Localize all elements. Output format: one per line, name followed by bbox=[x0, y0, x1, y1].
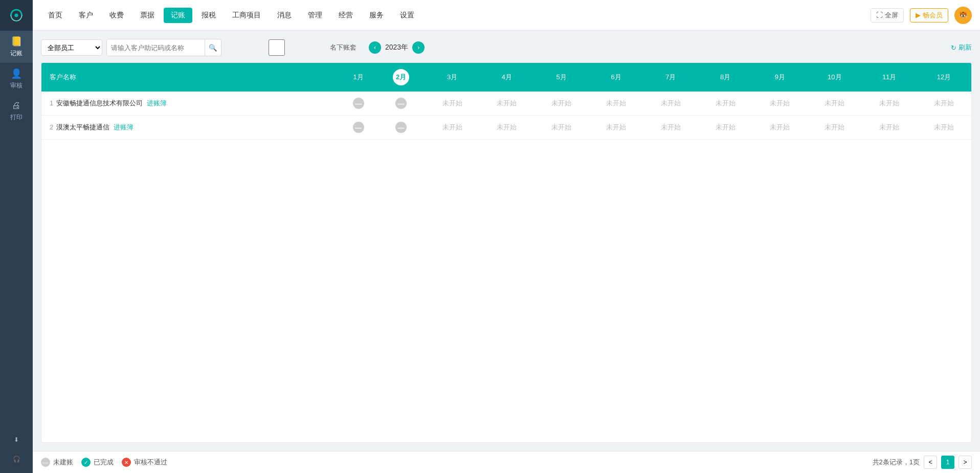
data-table: 客户名称 1月 2月 3月 4月 5月 6月 7月 8月 9月 bbox=[41, 63, 971, 140]
sidebar-item-shenhe[interactable]: 👤 审核 bbox=[0, 63, 33, 95]
sidebar-logo bbox=[0, 0, 33, 31]
month-cell: 未开始 bbox=[589, 92, 643, 116]
user-avatar[interactable]: 🐯 bbox=[954, 7, 972, 24]
vip-button[interactable]: ▶ 畅会员 bbox=[910, 8, 948, 22]
status-not-built-icon: — bbox=[353, 98, 364, 109]
table-row: 2漠澳太平畅捷通信进账簿——未开始未开始未开始未开始未开始未开始未开始未开始未开… bbox=[41, 116, 971, 140]
search-input[interactable] bbox=[107, 39, 209, 56]
th-may: 5月 bbox=[534, 63, 589, 92]
th-feb: 2月 bbox=[377, 63, 425, 92]
nav-gongshang[interactable]: 工商项目 bbox=[225, 8, 268, 23]
service-icon: 🎧 bbox=[13, 456, 20, 463]
status-not-started: 未开始 bbox=[716, 123, 736, 131]
legend-rejected: 审核不通过 bbox=[122, 458, 167, 467]
sidebar-item-jizhang-label: 记账 bbox=[10, 49, 23, 58]
current-page-button[interactable]: 1 bbox=[941, 456, 954, 469]
sidebar-item-service[interactable]: 🎧 bbox=[0, 451, 33, 468]
legend-gray-icon bbox=[41, 458, 50, 467]
th-aug: 8月 bbox=[698, 63, 753, 92]
year-display: 2023年 bbox=[385, 43, 408, 52]
row-number: 1 bbox=[50, 99, 53, 107]
status-not-started: 未开始 bbox=[934, 99, 954, 107]
th-mar: 3月 bbox=[425, 63, 480, 92]
th-nov: 11月 bbox=[862, 63, 917, 92]
th-jan: 1月 bbox=[340, 63, 377, 92]
refresh-button[interactable]: ↻ 刷新 bbox=[951, 43, 972, 52]
status-not-started: 未开始 bbox=[497, 99, 517, 107]
jinzhang-link[interactable]: 进账簿 bbox=[147, 99, 167, 107]
nav-home[interactable]: 首页 bbox=[41, 8, 70, 23]
status-not-started: 未开始 bbox=[606, 99, 626, 107]
current-month-badge: 2月 bbox=[393, 69, 409, 85]
employee-select[interactable]: 全部员工 bbox=[41, 39, 102, 56]
legend-green-icon bbox=[81, 458, 91, 467]
download-icon: ⬇ bbox=[14, 436, 19, 443]
status-not-built-icon: — bbox=[395, 98, 407, 109]
mingxia-checkbox[interactable] bbox=[226, 39, 328, 56]
jinzhang-link[interactable]: 进账簿 bbox=[114, 123, 133, 131]
dayin-icon: 🖨 bbox=[12, 100, 21, 111]
sidebar-bottom: ⬇ 🎧 bbox=[0, 431, 33, 468]
month-cell: 未开始 bbox=[589, 116, 643, 140]
status-not-started: 未开始 bbox=[879, 99, 899, 107]
nav-guanli[interactable]: 管理 bbox=[301, 8, 329, 23]
status-not-started: 未开始 bbox=[879, 123, 899, 131]
status-not-started: 未开始 bbox=[661, 123, 681, 131]
prev-year-button[interactable]: ‹ bbox=[369, 41, 381, 54]
th-oct: 10月 bbox=[807, 63, 862, 92]
status-not-started: 未开始 bbox=[770, 123, 790, 131]
total-records: 共2条记录，1页 bbox=[873, 458, 920, 467]
nav-baoshui[interactable]: 报税 bbox=[194, 8, 223, 23]
status-not-started: 未开始 bbox=[934, 123, 954, 131]
year-navigation: ‹ 2023年 › bbox=[369, 41, 425, 54]
nav-piaoju[interactable]: 票据 bbox=[133, 8, 162, 23]
th-dec: 12月 bbox=[917, 63, 971, 92]
month-cell: — bbox=[377, 116, 425, 140]
month-cell: 未开始 bbox=[534, 92, 589, 116]
topnav-right: ⛶ 全屏 ▶ 畅会员 🐯 bbox=[871, 7, 972, 24]
month-cell: 未开始 bbox=[643, 116, 698, 140]
vip-icon: ▶ bbox=[916, 11, 921, 19]
sidebar-item-jizhang[interactable]: 📒 记账 bbox=[0, 31, 33, 63]
checkbox-mingxia[interactable]: 名下账套 bbox=[226, 39, 357, 56]
month-cell: 未开始 bbox=[753, 116, 808, 140]
sidebar-item-dayin[interactable]: 🖨 打印 bbox=[0, 95, 33, 127]
month-cell: 未开始 bbox=[862, 116, 917, 140]
th-sep: 9月 bbox=[753, 63, 808, 92]
nav-jizhang[interactable]: 记账 bbox=[164, 8, 192, 23]
status-not-started: 未开始 bbox=[716, 99, 736, 107]
legend-red-icon bbox=[122, 458, 131, 467]
row-number: 2 bbox=[50, 123, 53, 131]
next-page-button[interactable]: > bbox=[959, 456, 972, 469]
month-cell: 未开始 bbox=[643, 92, 698, 116]
nav-xiaoxi[interactable]: 消息 bbox=[270, 8, 299, 23]
th-client: 客户名称 bbox=[41, 63, 340, 92]
content-area: 全部员工 🔍 名下账套 ‹ 2023年 › ↻ 刷新 bbox=[33, 31, 980, 451]
month-cell: 未开始 bbox=[698, 116, 753, 140]
status-not-started: 未开始 bbox=[661, 99, 681, 107]
table-row: 1安徽畅捷通信息技术有限公司进账簿——未开始未开始未开始未开始未开始未开始未开始… bbox=[41, 92, 971, 116]
status-not-built-icon: — bbox=[395, 122, 407, 133]
nav-jingying[interactable]: 经营 bbox=[331, 8, 360, 23]
refresh-icon: ↻ bbox=[951, 44, 956, 52]
month-cell: — bbox=[340, 92, 377, 116]
pagination: 共2条记录，1页 < 1 > bbox=[873, 456, 972, 469]
legend-completed: 已完成 bbox=[81, 458, 114, 467]
status-not-built-icon: — bbox=[353, 122, 364, 133]
prev-page-button[interactable]: < bbox=[924, 456, 937, 469]
month-cell: — bbox=[377, 92, 425, 116]
nav-shoufei[interactable]: 收费 bbox=[102, 8, 131, 23]
nav-fuwu[interactable]: 服务 bbox=[362, 8, 391, 23]
nav-customer[interactable]: 客户 bbox=[72, 8, 100, 23]
footer: 未建账 已完成 审核不通过 共2条记录，1页 < 1 > bbox=[33, 451, 980, 473]
next-year-button[interactable]: › bbox=[412, 41, 425, 54]
fullscreen-button[interactable]: ⛶ 全屏 bbox=[871, 8, 904, 22]
client-name: 安徽畅捷通信息技术有限公司 bbox=[56, 99, 143, 107]
month-cell: 未开始 bbox=[425, 116, 480, 140]
search-icon: 🔍 bbox=[209, 44, 217, 52]
th-jun: 6月 bbox=[589, 63, 643, 92]
sidebar-item-download[interactable]: ⬇ bbox=[0, 431, 33, 448]
search-button[interactable]: 🔍 bbox=[205, 39, 221, 56]
nav-shezhi[interactable]: 设置 bbox=[393, 8, 421, 23]
status-not-started: 未开始 bbox=[551, 99, 571, 107]
